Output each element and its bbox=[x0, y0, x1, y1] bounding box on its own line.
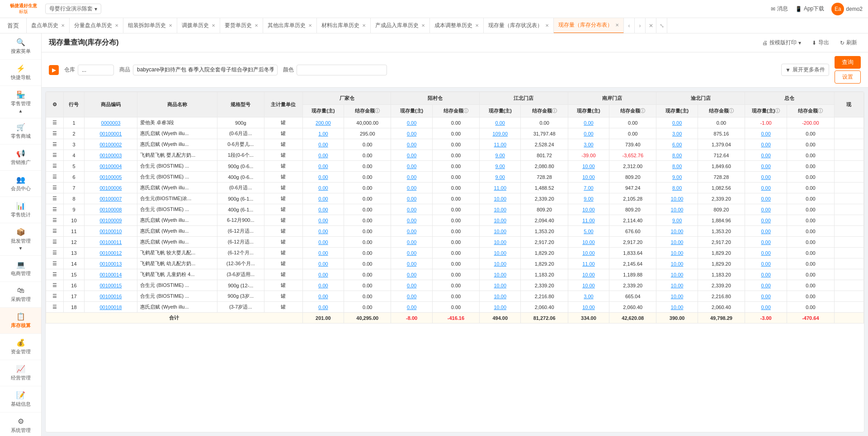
row-factory-qty[interactable]: 0.00 bbox=[302, 172, 344, 183]
row-senshi-qty[interactable]: 0.00 bbox=[391, 183, 432, 193]
filter-toggle-btn[interactable]: ▶ bbox=[49, 65, 59, 75]
tab-close-icon[interactable]: ✕ bbox=[362, 23, 366, 28]
row-senshi-qty[interactable]: 0.00 bbox=[391, 150, 432, 161]
row-jiangbei-qty[interactable]: 10.00 bbox=[480, 291, 521, 302]
row-factory-qty[interactable]: 200.00 bbox=[302, 117, 344, 128]
row-nanan-qty[interactable]: 7.00 bbox=[568, 183, 609, 193]
row-yuzbei-qty[interactable]: 0.00 bbox=[656, 117, 698, 128]
row-senshi-qty[interactable]: 0.00 bbox=[391, 172, 432, 183]
row-nanan-qty[interactable]: 10.00 bbox=[568, 237, 609, 248]
print-btn[interactable]: 🖨 按模版打印 ▾ bbox=[759, 37, 805, 48]
row-jiangbei-qty[interactable]: 10.00 bbox=[480, 215, 521, 226]
row-gear[interactable]: ☰ bbox=[46, 280, 64, 291]
sidebar-item-wholesale[interactable]: 📦 批发管理 ▼ bbox=[0, 223, 41, 256]
query-button[interactable]: 查询 bbox=[835, 56, 861, 69]
row-factory-qty[interactable]: 0.00 bbox=[302, 269, 344, 280]
row-factory-qty[interactable]: 0.00 bbox=[302, 139, 344, 150]
row-yuzbei-qty[interactable]: 10.00 bbox=[656, 258, 698, 269]
row-jiangbei-qty[interactable]: 10.00 bbox=[480, 204, 521, 215]
sidebar-item-quicknav[interactable]: ⚡ 快捷导航 bbox=[0, 60, 41, 86]
row-factory-qty[interactable]: 0.00 bbox=[302, 150, 344, 161]
row-jiangbei-qty[interactable]: 10.00 bbox=[480, 258, 521, 269]
tab-more-btn[interactable]: ✕ bbox=[646, 18, 656, 33]
tab-close-icon[interactable]: ✕ bbox=[212, 23, 215, 28]
tab-close-icon[interactable]: ✕ bbox=[475, 23, 479, 28]
tab-close-icon[interactable]: ✕ bbox=[308, 23, 312, 28]
row-senshi-qty[interactable]: 0.00 bbox=[391, 215, 432, 226]
row-yuzbei-qty[interactable]: 10.00 bbox=[656, 269, 698, 280]
tab-currentstock[interactable]: 现存量（库存状况表） ✕ bbox=[484, 18, 554, 33]
row-nanan-qty[interactable]: 0.00 bbox=[568, 117, 609, 128]
row-nanan-qty[interactable]: 0.00 bbox=[568, 128, 609, 139]
row-nanan-qty[interactable]: 11.00 bbox=[568, 258, 609, 269]
row-yuzbei-qty[interactable]: 8.00 bbox=[656, 161, 698, 172]
sidebar-item-ecommerce[interactable]: 💻 电商管理 bbox=[0, 256, 41, 282]
row-jiangbei-qty[interactable]: 11.00 bbox=[480, 183, 521, 193]
row-factory-qty[interactable]: 0.00 bbox=[302, 280, 344, 291]
row-nanan-qty[interactable]: 10.00 bbox=[568, 204, 609, 215]
row-yuzbei-qty[interactable]: 6.00 bbox=[656, 139, 698, 150]
row-nanan-qty[interactable]: 10.00 bbox=[568, 302, 609, 313]
row-factory-qty[interactable]: 0.00 bbox=[302, 183, 344, 193]
row-yuzbei-qty[interactable]: 8.00 bbox=[656, 150, 698, 161]
tab-close-icon[interactable]: ✕ bbox=[615, 23, 619, 28]
industry-dropdown[interactable]: 母婴行业演示陈套 ▾ bbox=[45, 4, 101, 14]
user-area[interactable]: Ea demo2 bbox=[831, 3, 863, 15]
tab-requisition[interactable]: 要货单历史 ✕ bbox=[220, 18, 263, 33]
row-senshi-qty[interactable]: 0.00 bbox=[391, 139, 432, 150]
tab-close-icon[interactable]: ✕ bbox=[61, 23, 65, 28]
row-gear[interactable]: ☰ bbox=[46, 193, 64, 204]
row-nanan-qty[interactable]: -39.00 bbox=[568, 150, 609, 161]
sidebar-item-inventory[interactable]: 📋 库存核算 bbox=[0, 308, 41, 334]
sidebar-item-retailstats[interactable]: 📊 零售统计 bbox=[0, 197, 41, 223]
row-nanan-qty[interactable]: 11.00 bbox=[568, 215, 609, 226]
row-yuzbei-qty[interactable]: 8.00 bbox=[656, 183, 698, 193]
color-input[interactable] bbox=[297, 65, 387, 75]
row-jiangbei-qty[interactable]: 10.00 bbox=[480, 226, 521, 237]
tab-partialstocktake[interactable]: 分量盘点单历史 ✕ bbox=[70, 18, 123, 33]
row-jiangbei-qty[interactable]: 10.00 bbox=[480, 237, 521, 248]
sidebar-item-purchase[interactable]: 🛍 采购管理 bbox=[0, 282, 41, 308]
row-jiangbei-qty[interactable]: 9.00 bbox=[480, 161, 521, 172]
sidebar-item-search[interactable]: 🔍 搜索英单 bbox=[0, 33, 41, 60]
row-nanan-qty[interactable]: 3.00 bbox=[568, 291, 609, 302]
row-gear[interactable]: ☰ bbox=[46, 291, 64, 302]
row-jiangbei-qty[interactable]: 10.00 bbox=[480, 248, 521, 258]
row-jiangbei-qty[interactable]: 10.00 bbox=[480, 302, 521, 313]
tab-costadjust[interactable]: 成本调整单历史 ✕ bbox=[430, 18, 484, 33]
row-factory-qty[interactable]: 0.00 bbox=[302, 226, 344, 237]
row-gear[interactable]: ☰ bbox=[46, 183, 64, 193]
row-nanan-qty[interactable]: 10.00 bbox=[568, 172, 609, 183]
row-gear[interactable]: ☰ bbox=[46, 215, 64, 226]
row-senshi-qty[interactable]: 0.00 bbox=[391, 128, 432, 139]
row-jiangbei-qty[interactable]: 10.00 bbox=[480, 269, 521, 280]
row-gear[interactable]: ☰ bbox=[46, 117, 64, 128]
row-senshi-qty[interactable]: 0.00 bbox=[391, 161, 432, 172]
tab-materialout[interactable]: 材料出库单历史 ✕ bbox=[317, 18, 371, 33]
row-factory-qty[interactable]: 0.00 bbox=[302, 193, 344, 204]
app-download-btn[interactable]: 📱 App下载 bbox=[795, 5, 824, 13]
row-jiangbei-qty[interactable]: 109.00 bbox=[480, 128, 521, 139]
row-yuzbei-qty[interactable]: 10.00 bbox=[656, 204, 698, 215]
row-gear[interactable]: ☰ bbox=[46, 302, 64, 313]
row-gear[interactable]: ☰ bbox=[46, 258, 64, 269]
row-jiangbei-qty[interactable]: 9.00 bbox=[480, 172, 521, 183]
sidebar-item-marketing[interactable]: 📢 营销推广 bbox=[0, 145, 41, 171]
sidebar-item-ops[interactable]: 📈 经营管理 bbox=[0, 360, 41, 386]
row-gear[interactable]: ☰ bbox=[46, 150, 64, 161]
row-yuzbei-qty[interactable]: 10.00 bbox=[656, 291, 698, 302]
row-senshi-qty[interactable]: 0.00 bbox=[391, 302, 432, 313]
row-factory-qty[interactable]: 1.00 bbox=[302, 128, 344, 139]
row-factory-qty[interactable]: 0.00 bbox=[302, 302, 344, 313]
tab-close-icon[interactable]: ✕ bbox=[545, 23, 549, 28]
tab-close-icon[interactable]: ✕ bbox=[255, 23, 258, 28]
row-senshi-qty[interactable]: 0.00 bbox=[391, 193, 432, 204]
row-factory-qty[interactable]: 0.00 bbox=[302, 215, 344, 226]
sidebar-item-member[interactable]: 👥 会员中心 bbox=[0, 171, 41, 197]
row-jiangbei-qty[interactable]: 11.00 bbox=[480, 139, 521, 150]
row-senshi-qty[interactable]: 0.00 bbox=[391, 291, 432, 302]
row-yuzbei-qty[interactable]: 3.00 bbox=[656, 128, 698, 139]
export-btn[interactable]: ⬇ 导出 bbox=[808, 37, 833, 48]
row-factory-qty[interactable]: 0.00 bbox=[302, 248, 344, 258]
row-yuzbei-qty[interactable]: 10.00 bbox=[656, 302, 698, 313]
